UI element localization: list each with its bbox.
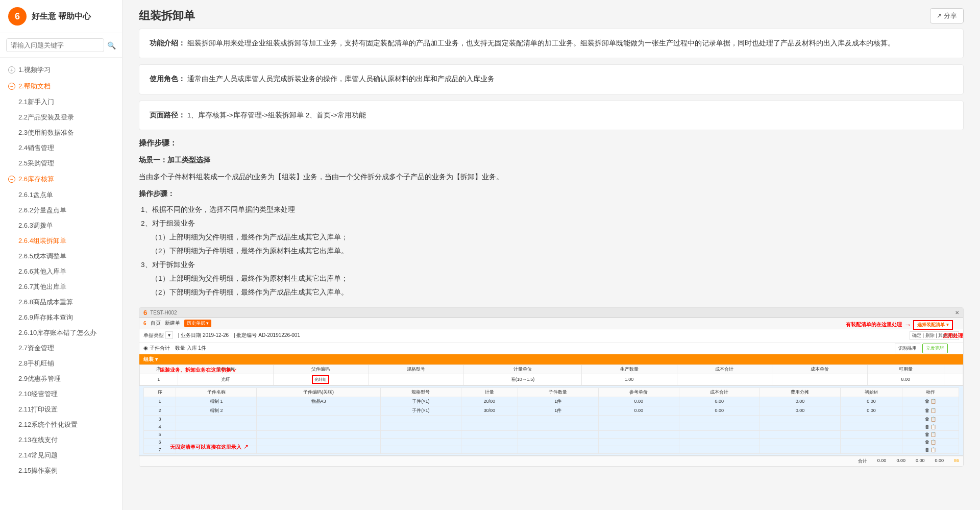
sidebar-item-263[interactable]: 2.6.3调拨单 [0, 218, 122, 233]
toggle-plus-icon: + [8, 66, 15, 74]
annotation-top-right: 有装配清单的在这里处理 → 选择装配清单 ▾ [846, 320, 953, 330]
intro-label: 功能介绍： [150, 39, 185, 47]
sidebar-item-label: 1.视频学习 [18, 65, 51, 75]
sidebar-item-213[interactable]: 2.13在线支付 [0, 432, 122, 448]
sidebar-item-268[interactable]: 2.6.8商品成本重算 [0, 295, 122, 310]
role-block: 使用角色： 通常由生产人员或库管人员完成拆装业务的操作，库管人员确认原材料的出库… [139, 64, 964, 94]
annotation-enable-label: 启用处理 [943, 332, 963, 339]
step-2-sub: （1）上部明细为父件明细，最终作为产成品生成其它入库单； （2）下部明细为子件明… [139, 230, 964, 258]
sidebar-item-label: 2.帮助文档 [18, 82, 51, 91]
path-text: 1、库存核算->库存管理->组装拆卸单 2、首页->常用功能 [187, 111, 366, 119]
step-3-sub-1: （1）上部明细为父件明细，最终作为原材料生成其它出库单； [151, 272, 964, 285]
toggle-minus-icon: − [8, 83, 15, 90]
role-text: 通常由生产人员或库管人员完成拆装业务的操作，库管人员确认原材料的出库和产成品的入… [187, 75, 495, 83]
table-row: 4🗑 📋 [144, 423, 959, 430]
sidebar-item-28[interactable]: 2.8手机旺铺 [0, 356, 122, 371]
sidebar-item-29[interactable]: 2.9优惠券管理 [0, 371, 122, 386]
step-3: 3、对于拆卸业务 [139, 258, 964, 272]
scene1-title-text: 场景一：加工类型选择 [139, 156, 210, 164]
sidebar-item-27[interactable]: 2.7资金管理 [0, 341, 122, 356]
share-label: 分享 [944, 11, 957, 20]
screenshot-topbar: 6 TEST-H002 ✕ [139, 308, 963, 318]
main-content: 组装拆卸单 ↗ 分享 功能介绍： 组装拆卸单用来处理企业组装或拆卸等加工业务，支… [122, 0, 980, 510]
mini-totals: 合计 0.00 0.00 0.00 0.00 86 [139, 456, 963, 466]
intro-text: 组装拆卸单用来处理企业组装或拆卸等加工业务，支持有固定装配清单的产品加工业务，也… [187, 39, 895, 47]
annotation-middle-left: 组装业务、拆卸业务在这里切换 ↙ [160, 367, 237, 374]
app-title: 好生意 帮助中心 [32, 11, 91, 22]
nav-section-2: − 2.帮助文档 2.1新手入门 2.2产品安装及登录 2.3使用前数据准备 2… [0, 78, 122, 478]
table-row: 1 精制 1 物品A3 子件(×1) 20/00 1件 0.00 0.00 0.… [144, 397, 959, 406]
step-1: 1、根据不同的业务，选择不同单据的类型来处理 [139, 203, 964, 216]
table-row: 3🗑 📋 [144, 415, 959, 423]
step-3-sub: （1）上部明细为父件明细，最终作为原材料生成其它出库单； （2）下部明细为子件明… [139, 272, 964, 299]
annotation-bottom-left: 无固定清单可以直接在这里录入 ↗ [170, 442, 249, 451]
intro-block: 功能介绍： 组装拆卸单用来处理企业组装或拆卸等加工业务，支持有固定装配清单的产品… [139, 29, 964, 58]
steps-list: 1、根据不同的业务，选择不同单据的类型来处理 2、对于组装业务 （1）上部明细为… [139, 203, 964, 299]
mini-type-switch: ◉ 子件合计 数量 入库 1件 识别品用 立发完毕 启用处理 [139, 343, 963, 354]
sidebar-item-inventory[interactable]: − 2.6库存核算 [0, 171, 122, 187]
sidebar-item-211[interactable]: 2.11打印设置 [0, 402, 122, 417]
role-label: 使用角色： [150, 75, 185, 83]
path-label: 页面路径： [150, 111, 185, 119]
sidebar-item-sales[interactable]: 2.4销售管理 [0, 140, 122, 156]
scene1-desc: 当由多个子件材料组装成一个成品的业务为【组装】业务，当由一个父件拆分成多个子产品… [139, 170, 964, 184]
table-row: 1 光纤 光纤组 卷(10→1.5) 1.00 8.00 [140, 374, 963, 385]
sidebar-nav: + 1.视频学习 − 2.帮助文档 2.1新手入门 2.2产品安装及登录 2.3… [0, 58, 122, 510]
sidebar-item-261[interactable]: 2.6.1盘点单 [0, 187, 122, 203]
content-area: 功能介绍： 组装拆卸单用来处理企业组装或拆卸等加工业务，支持有固定装配清单的产品… [122, 29, 980, 510]
mini-nav-sep: 新建单 [165, 320, 180, 327]
mini-table-lower-head: 序 子件名称 子件编码(关联) 规格型号 计量 子件数量 参考单价 成本合计 费… [143, 387, 959, 454]
search-icon[interactable]: 🔍 [107, 41, 116, 50]
share-button[interactable]: ↗ 分享 [930, 8, 964, 23]
mini-app: 6 自页 新建单 历史单据 ▾ 单据类型 ▾ | 业务日期 2019-12-26… [139, 318, 963, 466]
mini-tabs: 组装 ▾ 组装业务、拆卸业务在这里切换 ↙ [139, 354, 963, 365]
browser-icon: 6 [143, 309, 147, 317]
table-row: 6🗑 📋 [144, 438, 959, 446]
logo-icon: 6 [8, 7, 27, 26]
sidebar-item-docs[interactable]: − 2.帮助文档 [0, 78, 122, 94]
sidebar-item-beginner[interactable]: 2.1新手入门 [0, 94, 122, 110]
op-title: 操作步骤： [139, 138, 964, 148]
sidebar-item-215[interactable]: 2.15操作案例 [0, 463, 122, 478]
sidebar-item-2610[interactable]: 2.6.10库存账本错了怎么办 [0, 325, 122, 341]
sidebar-item-data-prep[interactable]: 2.3使用前数据准备 [0, 125, 122, 140]
mini-table-upper: 序 父件名称 父件编码 规格型号 计量单位 生产数量 成本合计 成本单价 可用量 [139, 365, 963, 385]
sidebar-header: 6 好生意 帮助中心 [0, 0, 122, 33]
page-title: 组装拆卸单 [139, 8, 195, 23]
toggle-minus-icon-2: − [8, 176, 15, 183]
sidebar-item-install[interactable]: 2.2产品安装及登录 [0, 110, 122, 125]
path-block: 页面路径： 1、库存核算->库存管理->组装拆卸单 2、首页->常用功能 [139, 101, 964, 130]
mini-nav-home: 自页 [151, 320, 161, 327]
step-3-sub-2: （2）下部明细为子件明细，最终作为产成品生成其它入库单。 [151, 285, 964, 299]
screenshot-container: 6 TEST-H002 ✕ 6 自页 新建单 历史单据 ▾ 单据类型 ▾ | 业… [139, 307, 964, 467]
mini-table-container: 序 父件名称 父件编码 规格型号 计量单位 生产数量 成本合计 成本单价 可用量 [139, 365, 963, 385]
sidebar-item-210[interactable]: 2.10经营管理 [0, 386, 122, 402]
sidebar-item-262[interactable]: 2.6.2分量盘点单 [0, 203, 122, 218]
mini-top-nav: 6 自页 新建单 历史单据 ▾ [139, 318, 963, 329]
nav-section-1: + 1.视频学习 [0, 62, 122, 78]
sidebar-item-267[interactable]: 2.6.7其他出库单 [0, 279, 122, 295]
table-row: 2 精制 2 子件(×1) 30/00 1件 0.00 0.00 0.00 0.… [144, 406, 959, 415]
mini-lower-header: 序 子件名称 子件编码(关联) 规格型号 计量 子件数量 参考单价 成本合计 费… [139, 385, 963, 456]
mini-form-area: 单据类型 ▾ | 业务日期 2019-12-26 | 批定编号 AD-20191… [139, 329, 963, 343]
table-row: 5🗑 📋 [144, 430, 959, 438]
mini-nav-icon: 6 [143, 321, 146, 326]
url-bar: TEST-H002 [150, 310, 177, 315]
sidebar-item-265[interactable]: 2.6.5成本调整单 [0, 249, 122, 264]
step-2: 2、对于组装业务 [139, 216, 964, 230]
sidebar-item-264[interactable]: 2.6.4组装拆卸单 [0, 233, 122, 249]
sidebar-item-214[interactable]: 2.14常见问题 [0, 448, 122, 463]
step-2-sub-2: （2）下部明细为子件明细，最终作为原材料生成其它出库单。 [151, 244, 964, 258]
share-icon: ↗ [937, 12, 942, 19]
sidebar-item-269[interactable]: 2.6.9库存账本查询 [0, 310, 122, 325]
sidebar-item-purchase[interactable]: 2.5采购管理 [0, 156, 122, 171]
sidebar-item-label: 2.6库存核算 [18, 175, 54, 184]
table-row: 7🗑 📋 [144, 446, 959, 453]
search-bar: 🔍 [0, 33, 122, 58]
search-input[interactable] [6, 38, 104, 52]
main-header: 组装拆卸单 ↗ 分享 [122, 0, 980, 29]
sidebar-item-212[interactable]: 2.12系统个性化设置 [0, 417, 122, 432]
sidebar-item-video[interactable]: + 1.视频学习 [0, 62, 122, 78]
scene1-title: 场景一：加工类型选择 [139, 153, 964, 167]
sidebar-item-266[interactable]: 2.6.6其他入库单 [0, 264, 122, 279]
